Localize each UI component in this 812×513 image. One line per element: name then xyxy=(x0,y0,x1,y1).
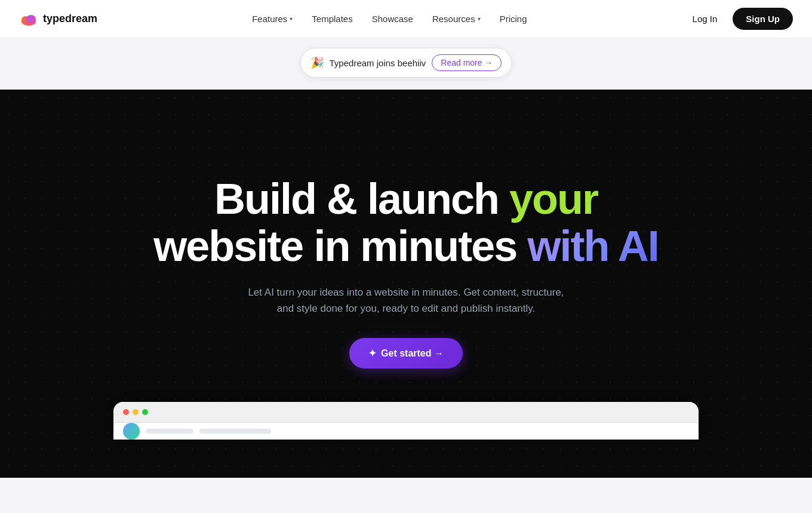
nav-pricing[interactable]: Pricing xyxy=(491,9,536,29)
preview-bar-2 xyxy=(199,429,271,434)
hero-section: Build & launch your website in minutes w… xyxy=(0,90,812,478)
nav-features[interactable]: Features ▾ xyxy=(244,9,301,29)
nav-templates[interactable]: Templates xyxy=(303,9,361,29)
nav-resources[interactable]: Resources ▾ xyxy=(424,9,489,29)
get-started-button[interactable]: ✦ Get started → xyxy=(349,338,463,368)
hero-title: Build & launch your website in minutes w… xyxy=(153,176,658,270)
announcement-emoji: 🎉 xyxy=(310,56,324,69)
preview-dot-minimize xyxy=(133,409,139,415)
nav-menu: Features ▾ Templates Showcase Resources … xyxy=(244,9,535,29)
announcement-text: Typedream joins beehiiv xyxy=(330,58,426,68)
hero-title-line1: Build & launch your xyxy=(214,175,598,223)
hero-subtitle: Let AI turn your ideas into a website in… xyxy=(239,284,573,317)
features-chevron-icon: ▾ xyxy=(290,16,293,22)
nav-actions: Log In Sign Up xyxy=(682,8,793,30)
nav-showcase[interactable]: Showcase xyxy=(364,9,422,29)
logo-link[interactable]: typedream xyxy=(19,10,97,29)
sparkle-icon: ✦ xyxy=(368,348,376,359)
navbar: typedream Features ▾ Templates Showcase … xyxy=(0,0,812,38)
announcement-pill: 🎉 Typedream joins beehiiv Read more → xyxy=(300,48,512,78)
read-more-link[interactable]: Read more → xyxy=(432,54,502,71)
login-button[interactable]: Log In xyxy=(682,9,728,29)
hero-title-line2: website in minutes with AI xyxy=(153,222,658,270)
preview-avatar xyxy=(123,423,140,440)
hero-content: Build & launch your website in minutes w… xyxy=(153,176,658,369)
logo-icon xyxy=(19,10,38,29)
signup-button[interactable]: Sign Up xyxy=(733,8,793,30)
hero-title-ai: with AI xyxy=(527,222,658,270)
preview-dot-maximize xyxy=(142,409,148,415)
resources-chevron-icon: ▾ xyxy=(478,16,481,22)
logo-text: typedream xyxy=(43,13,97,25)
preview-window-bar xyxy=(113,402,699,423)
svg-point-2 xyxy=(26,15,36,23)
hero-preview-card xyxy=(113,402,699,440)
hero-title-your: your xyxy=(509,175,598,223)
preview-content xyxy=(113,423,699,440)
preview-bar-1 xyxy=(146,429,193,434)
preview-dot-close xyxy=(123,409,129,415)
